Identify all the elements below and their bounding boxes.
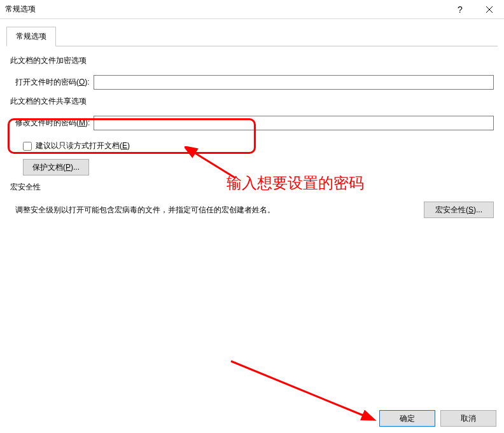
share-group-title: 此文档的文件共享选项 [10, 96, 494, 107]
readonly-checkbox[interactable] [23, 142, 32, 151]
titlebar-controls: ? [445, 0, 504, 18]
action-bar: 确定 取消 [379, 410, 496, 427]
cancel-button[interactable]: 取消 [440, 410, 496, 427]
annotation-arrow-2 [226, 356, 379, 426]
tabstrip: 常规选项 [6, 27, 498, 46]
readonly-label: 建议以只读方式打开文档(E) [36, 141, 130, 151]
protect-document-button[interactable]: 保护文档(P)... [23, 159, 89, 175]
content-area: 此文档的文件加密选项 打开文件时的密码(O): 此文档的文件共享选项 修改文件时… [6, 46, 498, 218]
modify-password-input[interactable] [94, 116, 494, 130]
dialog-title: 常规选项 [5, 4, 36, 15]
dialog-body: 常规选项 此文档的文件加密选项 打开文件时的密码(O): 此文档的文件共享选项 … [0, 19, 504, 218]
open-password-input[interactable] [94, 75, 494, 90]
titlebar: 常规选项 ? [0, 0, 504, 19]
tab-general[interactable]: 常规选项 [6, 27, 56, 46]
readonly-row: 建议以只读方式打开文档(E) [23, 141, 494, 151]
open-password-label: 打开文件时的密码(O): [15, 77, 90, 88]
encrypt-group-title: 此文档的文件加密选项 [10, 55, 494, 66]
macro-desc: 调整安全级别以打开可能包含宏病毒的文件，并指定可信任的宏创建者姓名。 [15, 205, 285, 216]
macro-row: 调整安全级别以打开可能包含宏病毒的文件，并指定可信任的宏创建者姓名。 宏安全性(… [15, 202, 494, 218]
modify-password-label: 修改文件时的密码(M): [15, 118, 90, 128]
share-group: 此文档的文件共享选项 修改文件时的密码(M): 建议以只读方式打开文档(E) 保… [10, 96, 494, 175]
protect-row: 保护文档(P)... [23, 159, 494, 175]
encrypt-group: 此文档的文件加密选项 打开文件时的密码(O): [10, 55, 494, 90]
close-icon [486, 6, 493, 13]
macro-group-title: 宏安全性 [10, 182, 494, 193]
svg-line-1 [231, 361, 366, 416]
modify-password-row: 修改文件时的密码(M): [15, 116, 494, 130]
help-button[interactable]: ? [445, 0, 475, 18]
ok-button[interactable]: 确定 [379, 410, 435, 427]
macro-group: 宏安全性 调整安全级别以打开可能包含宏病毒的文件，并指定可信任的宏创建者姓名。 … [10, 182, 494, 218]
close-button[interactable] [475, 0, 504, 18]
macro-security-button[interactable]: 宏安全性(S)... [424, 202, 494, 218]
open-password-row: 打开文件时的密码(O): [15, 75, 494, 90]
